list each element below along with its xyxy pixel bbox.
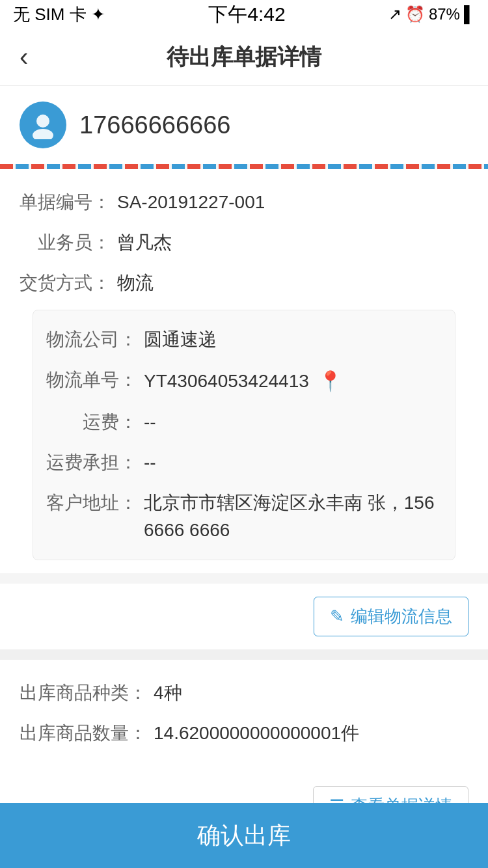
freight-bearer-label: 运费承担： xyxy=(46,449,137,476)
product-quantity-label: 出库商品数量： xyxy=(20,720,147,747)
freight-bearer-row: 运费承担： -- xyxy=(46,449,442,476)
status-bar: 无 SIM 卡 ✦ 下午4:42 ↗ ⏰ 87% ▌ xyxy=(0,0,488,29)
battery-icon: ▌ xyxy=(464,5,475,23)
logistics-company-row: 物流公司： 圆通速递 xyxy=(46,326,442,353)
delivery-method-row: 交货方式： 物流 xyxy=(20,269,468,297)
product-type-label: 出库商品种类： xyxy=(20,679,147,707)
tracking-location-icon[interactable]: 📍 xyxy=(318,366,342,396)
address-label: 客户地址： xyxy=(46,489,137,517)
page-title: 待出库单据详情 xyxy=(167,42,321,72)
logistics-company-value: 圆通速递 xyxy=(144,326,442,353)
location-icon: ↗ xyxy=(388,5,401,23)
edit-btn-label: 编辑物流信息 xyxy=(351,605,452,628)
order-number-row: 单据编号： SA-20191227-001 xyxy=(20,189,468,216)
logistics-company-label: 物流公司： xyxy=(46,326,137,353)
logistics-tracking-label: 物流单号： xyxy=(46,366,137,394)
logistics-tracking-row: 物流单号： YT43064053424413 📍 xyxy=(46,366,442,396)
status-left: 无 SIM 卡 ✦ xyxy=(13,3,105,26)
status-time: 下午4:42 xyxy=(208,1,285,28)
battery-level: 87% xyxy=(429,5,460,23)
svg-point-0 xyxy=(36,115,49,128)
edit-btn-row: ✎ 编辑物流信息 xyxy=(0,584,488,649)
customer-phone: 17666666666 xyxy=(79,111,230,139)
order-number-value: SA-20191227-001 xyxy=(117,189,468,216)
section-divider xyxy=(0,649,488,660)
delivery-method-value: 物流 xyxy=(117,269,468,297)
address-value: 北京市市辖区海淀区永丰南 张，156 6666 6666 xyxy=(144,489,442,544)
salesperson-row: 业务员： 曾凡杰 xyxy=(20,229,468,256)
dashed-divider xyxy=(0,164,488,169)
salesperson-value: 曾凡杰 xyxy=(117,229,468,256)
back-button[interactable]: ‹ xyxy=(20,42,28,72)
freight-value: -- xyxy=(144,409,442,436)
avatar xyxy=(20,102,66,148)
product-section: 出库商品种类： 4种 出库商品数量： 14.6200000000000001件 xyxy=(0,660,488,773)
product-quantity-row: 出库商品数量： 14.6200000000000001件 xyxy=(20,720,468,747)
status-right: ↗ ⏰ 87% ▌ xyxy=(388,5,475,23)
delivery-method-label: 交货方式： xyxy=(20,269,111,297)
alarm-icon: ⏰ xyxy=(405,5,425,23)
sim-status: 无 SIM 卡 ✦ xyxy=(13,3,105,26)
order-number-label: 单据编号： xyxy=(20,189,111,216)
product-type-value: 4种 xyxy=(154,679,468,707)
product-type-row: 出库商品种类： 4种 xyxy=(20,679,468,707)
edit-icon: ✎ xyxy=(330,606,344,627)
nav-bar: ‹ 待出库单据详情 xyxy=(0,29,488,86)
freight-label: 运费： xyxy=(46,409,137,436)
logistics-tracking-value: YT43064053424413 📍 xyxy=(144,366,442,396)
salesperson-label: 业务员： xyxy=(20,229,111,256)
logistics-box: 物流公司： 圆通速递 物流单号： YT43064053424413 📍 运费： … xyxy=(33,310,455,560)
edit-logistics-button[interactable]: ✎ 编辑物流信息 xyxy=(314,597,468,636)
basic-info-section: 单据编号： SA-20191227-001 业务员： 曾凡杰 交货方式： 物流 … xyxy=(0,169,488,573)
freight-row: 运费： -- xyxy=(46,409,442,436)
confirm-btn-bar[interactable]: 确认出库 xyxy=(0,803,488,868)
freight-bearer-value: -- xyxy=(144,449,442,476)
product-quantity-value: 14.6200000000000001件 xyxy=(154,720,468,747)
address-row: 客户地址： 北京市市辖区海淀区永丰南 张，156 6666 6666 xyxy=(46,489,442,544)
customer-header: 17666666666 xyxy=(0,86,488,164)
svg-point-1 xyxy=(33,129,53,139)
confirm-btn-text: 确认出库 xyxy=(197,820,291,852)
